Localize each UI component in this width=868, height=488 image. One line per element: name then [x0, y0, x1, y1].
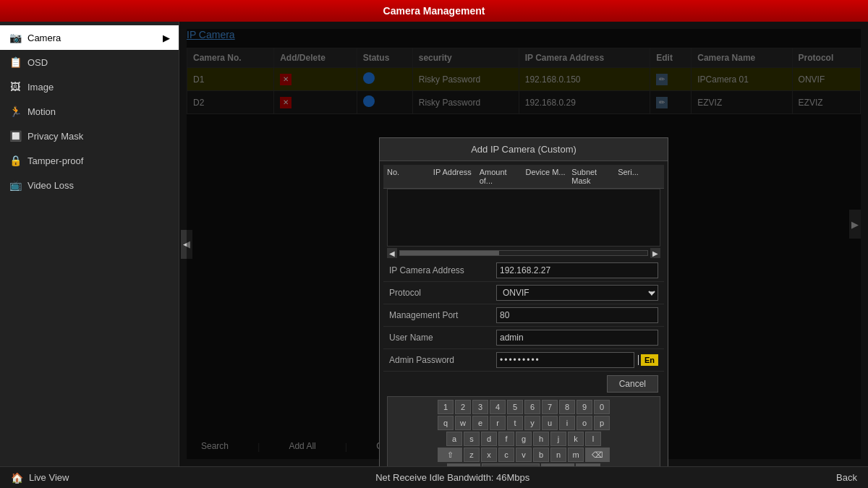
key-c[interactable]: c [498, 448, 514, 462]
key-v[interactable]: v [516, 448, 532, 462]
key-j[interactable]: j [550, 432, 566, 446]
key-w[interactable]: w [455, 416, 471, 430]
ip-address-input[interactable] [496, 262, 658, 278]
content-area: IP Camera Camera No. Add/Delete Status s… [179, 22, 868, 466]
key-5[interactable]: 5 [507, 400, 523, 414]
on-screen-keyboard: 1 2 3 4 5 6 7 8 9 0 [387, 396, 660, 466]
scroll-left-arrow[interactable]: ◀ [387, 248, 397, 258]
sidebar-item-tamper-proof[interactable]: 🔒 Tamper-proof [0, 148, 179, 173]
tamper-proof-icon: 🔒 [9, 154, 22, 167]
key-a[interactable]: a [446, 432, 462, 446]
admin-password-input[interactable] [496, 352, 634, 368]
management-port-row: Management Port [383, 304, 664, 327]
sidebar-item-privacy-mask[interactable]: 🔲 Privacy Mask [0, 124, 179, 148]
user-name-row: User Name [383, 327, 664, 349]
bandwidth-label: Net Receive Idle Bandwidth: 46Mbps [375, 472, 529, 483]
key-symbols[interactable]: !#1 [447, 463, 480, 466]
key-0[interactable]: 0 [594, 400, 610, 414]
scroll-bar: ◀ ▶ [387, 248, 660, 258]
key-n[interactable]: n [550, 448, 566, 462]
home-icon: 🏠 [11, 472, 23, 484]
key-t[interactable]: t [507, 416, 523, 430]
management-port-input[interactable] [496, 307, 658, 323]
cancel-button[interactable]: Cancel [607, 375, 658, 393]
key-backspace[interactable]: ⌫ [585, 448, 610, 462]
dth-subnet: Subnet Mask [571, 168, 614, 185]
osd-icon: 📋 [9, 56, 22, 69]
dth-device: Device M... [525, 168, 568, 185]
key-y[interactable]: y [524, 416, 540, 430]
key-6[interactable]: 6 [524, 400, 540, 414]
dialog-content: No. IP Address Amount of... Device M... … [380, 161, 668, 466]
key-3[interactable]: 3 [472, 400, 488, 414]
key-d[interactable]: d [481, 432, 497, 446]
key-m[interactable]: m [568, 448, 584, 462]
dialog-table-header: No. IP Address Amount of... Device M... … [383, 165, 664, 189]
key-s[interactable]: s [464, 432, 480, 446]
key-b[interactable]: b [533, 448, 549, 462]
protocol-row: Protocol ONVIF EZVIZ ▼ [383, 282, 664, 304]
user-name-input[interactable] [496, 330, 658, 346]
sidebar-item-image[interactable]: 🖼 Image [0, 74, 179, 99]
key-q[interactable]: q [438, 416, 454, 430]
management-port-label: Management Port [389, 310, 490, 320]
key-8[interactable]: 8 [559, 400, 575, 414]
key-h[interactable]: h [533, 432, 549, 446]
ip-address-label: IP Camera Address [389, 265, 490, 275]
sidebar-item-osd[interactable]: 📋 OSD [0, 50, 179, 74]
key-7[interactable]: 7 [542, 400, 558, 414]
video-loss-icon: 📺 [9, 179, 22, 192]
dialog-buttons: Cancel [383, 372, 664, 396]
key-k[interactable]: k [568, 432, 584, 446]
privacy-mask-icon: 🔲 [9, 129, 22, 142]
sidebar-label-image: Image [27, 82, 54, 93]
sidebar: 📷 Camera ▶ 📋 OSD 🖼 Image 🏃 Motion 🔲 Priv… [0, 22, 179, 466]
image-icon: 🖼 [9, 80, 22, 93]
bottom-left: 🏠 Live View [11, 472, 69, 484]
dth-ip: IP Address [433, 168, 476, 185]
key-e[interactable]: e [472, 416, 488, 430]
key-4[interactable]: 4 [490, 400, 506, 414]
key-space[interactable] [482, 463, 540, 466]
kb-row-numbers: 1 2 3 4 5 6 7 8 9 0 [391, 400, 657, 414]
key-9[interactable]: 9 [576, 400, 592, 414]
key-l[interactable]: l [585, 432, 601, 446]
dialog-list-area [387, 189, 660, 247]
scroll-thumb [400, 251, 499, 255]
key-1[interactable]: 1 [438, 400, 454, 414]
admin-password-row: Admin Password En [383, 349, 664, 372]
scroll-right-arrow[interactable]: ▶ [650, 248, 660, 258]
title-text: Camera Management [383, 5, 485, 17]
protocol-select-wrapper: ONVIF EZVIZ ▼ [496, 285, 658, 301]
scroll-track[interactable] [399, 250, 648, 256]
key-o[interactable]: o [576, 416, 592, 430]
kb-row-asdf: a s d f g h j k l [391, 432, 657, 446]
dialog-title: Add IP Camera (Custom) [380, 138, 668, 161]
sidebar-item-video-loss[interactable]: 📺 Video Loss [0, 173, 179, 197]
main-layout: 📷 Camera ▶ 📋 OSD 🖼 Image 🏃 Motion 🔲 Priv… [0, 22, 868, 466]
key-2[interactable]: 2 [455, 400, 471, 414]
back-button[interactable]: Back [836, 472, 857, 483]
title-bar: Camera Management [0, 0, 868, 22]
key-enter[interactable]: Enter [541, 463, 574, 466]
key-p[interactable]: p [594, 416, 610, 430]
sidebar-label-tamper: Tamper-proof [27, 155, 83, 166]
kb-row-zxcv: ⇧ z x c v b n m ⌫ [391, 448, 657, 462]
key-shift[interactable]: ⇧ [438, 448, 462, 462]
key-esc[interactable]: ESC [576, 463, 600, 466]
sidebar-item-motion[interactable]: 🏃 Motion [0, 99, 179, 124]
key-u[interactable]: u [542, 416, 558, 430]
live-view-label[interactable]: Live View [29, 472, 69, 483]
key-i[interactable]: i [559, 416, 575, 430]
sidebar-label-osd: OSD [27, 57, 48, 68]
protocol-select[interactable]: ONVIF EZVIZ [496, 285, 658, 301]
key-z[interactable]: z [464, 448, 480, 462]
key-g[interactable]: g [516, 432, 532, 446]
key-f[interactable]: f [498, 432, 514, 446]
admin-password-label: Admin Password [389, 355, 490, 365]
key-x[interactable]: x [481, 448, 497, 462]
en-badge[interactable]: En [641, 354, 658, 366]
ip-address-row: IP Camera Address [383, 260, 664, 282]
key-r[interactable]: r [490, 416, 506, 430]
sidebar-item-camera[interactable]: 📷 Camera ▶ [0, 25, 179, 50]
